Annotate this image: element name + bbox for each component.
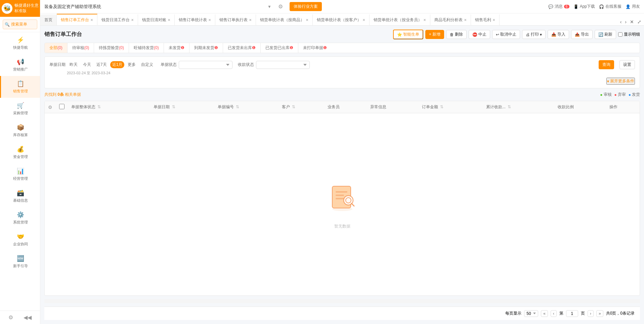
add-button[interactable]: + 新增: [425, 30, 444, 39]
per-page-select[interactable]: 50: [524, 310, 538, 317]
tab-cash-reconcile[interactable]: 钱货日清对账 ✕: [138, 14, 175, 25]
sidebar-item-marketing[interactable]: 📢 营销推广: [0, 54, 40, 76]
tab-home[interactable]: 首页: [40, 14, 57, 25]
tab-close-sales-order[interactable]: ✕: [90, 18, 93, 22]
show-detail-label[interactable]: 显示明细: [618, 32, 640, 37]
first-page-button[interactable]: «: [541, 310, 548, 317]
page-input[interactable]: [566, 310, 578, 317]
filter-date-custom[interactable]: 自定义: [139, 61, 155, 68]
smart-generate-button[interactable]: ⭐ 智能生单: [393, 30, 423, 39]
sidebar-item-system[interactable]: ⚙️ 系统管理: [0, 207, 40, 229]
sort-collected-icon[interactable]: ⇅: [508, 105, 511, 109]
tab-product-margin[interactable]: 商品毛利分析表 ✕: [430, 14, 471, 25]
ship-action-button[interactable]: ● 发货: [629, 92, 640, 97]
tab-sales-exec[interactable]: 销售订单执行表 ✕: [215, 14, 256, 25]
tab-sales-summary-staff[interactable]: 销货单统计表（按业务员） ✕: [370, 14, 430, 25]
sidebar-item-operations[interactable]: 📊 经营管理: [0, 163, 40, 185]
tab-cash-daily[interactable]: 钱货日清工作台 ✕: [97, 14, 138, 25]
sort-number-icon[interactable]: ⇅: [236, 105, 239, 109]
purchase-icon: 🛒: [17, 102, 24, 109]
tab-close-cash-daily[interactable]: ✕: [131, 18, 134, 22]
filter-date-7days[interactable]: 近7天: [94, 61, 109, 68]
sidebar-item-sales[interactable]: 📋 销售管理: [0, 76, 40, 98]
sidebar-item-guide[interactable]: 🆕 新手引导: [0, 251, 40, 273]
audit-action-button[interactable]: ● 审核: [600, 92, 611, 97]
tab-close-sales-stat[interactable]: ✕: [208, 18, 211, 22]
sidebar-item-quick-nav[interactable]: ⚡ 快捷导航: [0, 32, 40, 54]
sidebar-item-basic-info[interactable]: 🗃️ 基础信息: [0, 185, 40, 207]
filter-date-today[interactable]: 今天: [81, 61, 93, 68]
tab-scroll-right[interactable]: ›: [624, 18, 628, 25]
settings-button[interactable]: ⚙: [8, 314, 13, 321]
table-settings-icon[interactable]: ⚙: [48, 105, 52, 110]
prev-page-button[interactable]: ‹: [551, 310, 557, 317]
tab-close-sales-exec[interactable]: ✕: [249, 18, 252, 22]
print-button[interactable]: 🖨 打印 ▾: [522, 30, 546, 39]
logo-text: 畅捷通好生意 标准版: [14, 3, 39, 13]
search-button[interactable]: 查询: [599, 60, 614, 69]
collapse-button[interactable]: ◀◀: [24, 314, 32, 321]
setting-button[interactable]: 设置: [619, 60, 635, 69]
online-service-button[interactable]: 🎧 在线客服: [599, 4, 621, 9]
delete-button[interactable]: 🗑 删除: [446, 30, 467, 39]
tab-sales-stat[interactable]: 销售订单统计表 ✕: [175, 14, 215, 25]
user-button[interactable]: 👤 用友: [626, 4, 640, 9]
subtab-unprinted[interactable]: 未打印单据❶: [298, 43, 332, 53]
filter-date-more[interactable]: 更多: [126, 61, 138, 68]
search-menu-button[interactable]: 🔍 搜索菜单: [3, 19, 37, 29]
sidebar-item-inventory[interactable]: 📦 库存核算: [0, 120, 40, 141]
per-page-label: 每页显示: [505, 311, 521, 316]
tab-close-sales-summary-customer[interactable]: ✕: [362, 18, 365, 22]
tab-sales-profit[interactable]: 销售毛利 ✕: [471, 14, 500, 25]
sidebar-item-finance[interactable]: 💰 资金管理: [0, 141, 40, 163]
payment-filter-select[interactable]: [256, 61, 310, 69]
cancel-audit-action-button[interactable]: ● 弃审: [614, 92, 626, 97]
export-button[interactable]: 📤 导出: [571, 30, 593, 39]
cancel-stop-button[interactable]: ↩ 取消中止: [492, 30, 520, 39]
tab-scroll-left[interactable]: ‹: [619, 18, 623, 25]
message-button[interactable]: 💬 消息 6: [548, 4, 569, 9]
system-icon: ⚙️: [17, 211, 24, 218]
tab-close-all[interactable]: ✕: [629, 18, 635, 25]
subtab-pending-review[interactable]: 待审核(0): [68, 43, 94, 53]
expand-filter-button[interactable]: ▾ 展开更多条件: [606, 78, 635, 85]
refresh-button[interactable]: 🔄 刷新: [595, 30, 616, 39]
subtab-wangpu-pending[interactable]: 旺铺待发货(0): [129, 43, 164, 53]
filter-date-1month[interactable]: 近1月: [110, 61, 125, 68]
select-all-checkbox[interactable]: [59, 104, 65, 109]
subtab-shipped-not-out[interactable]: 已发货未出库❶: [223, 43, 261, 53]
sort-amount-icon[interactable]: ⇅: [440, 105, 443, 109]
sort-status-icon[interactable]: ⇅: [97, 105, 101, 109]
tab-close-sales-summary-product[interactable]: ✕: [306, 18, 308, 22]
subtab-shipped-out[interactable]: 已发货已出库❶: [261, 43, 298, 53]
sort-customer-icon[interactable]: ⇅: [292, 105, 295, 109]
subtab-not-shipped[interactable]: 未发货❶: [164, 43, 189, 53]
subtab-pending-check[interactable]: 待拣货验货(0): [94, 43, 129, 53]
subtab-all[interactable]: 全部(0): [45, 43, 68, 53]
last-page-button[interactable]: »: [596, 310, 603, 317]
sidebar-item-purchase[interactable]: 🛒 采购管理: [0, 98, 40, 120]
subtab-overdue-not-shipped[interactable]: 到期未发货❶: [189, 43, 223, 53]
status-filter-select[interactable]: [179, 61, 232, 69]
show-detail-checkbox[interactable]: [618, 32, 622, 37]
filter-date-yesterday[interactable]: 昨天: [68, 61, 80, 68]
tab-fullscreen[interactable]: ⤢: [636, 18, 643, 25]
horizontal-scrollbar[interactable]: [44, 299, 640, 303]
sidebar-search-area[interactable]: 🔍 搜索菜单: [0, 17, 40, 32]
import-button[interactable]: 📥 导入: [548, 30, 569, 39]
app-download-button[interactable]: 📱 App下载: [573, 4, 595, 9]
next-page-button[interactable]: ›: [588, 310, 594, 317]
tab-sales-summary-customer[interactable]: 销货单统计表（按客户） ✕: [313, 14, 370, 25]
sales-summary-staff-tab-label: 销货单统计表（按业务员）: [374, 17, 422, 23]
tab-close-cash-reconcile[interactable]: ✕: [168, 18, 170, 22]
sort-date-icon[interactable]: ⇅: [172, 105, 175, 109]
tab-sales-order-workbench[interactable]: 销售订单工作台 ✕: [57, 14, 97, 25]
stop-button[interactable]: ⛔ 中止: [469, 30, 490, 39]
tab-close-product-margin[interactable]: ✕: [464, 18, 467, 22]
tab-close-sales-summary-staff[interactable]: ✕: [423, 18, 426, 22]
tab-close-sales-profit[interactable]: ✕: [492, 18, 495, 22]
tab-sales-summary-product[interactable]: 销货单统计表（按商品） ✕: [256, 14, 313, 25]
settings-icon-button[interactable]: ⚙: [275, 2, 286, 11]
industry-solution-button[interactable]: 体验行业方案: [290, 2, 322, 11]
sidebar-item-enterprise[interactable]: 🤝 企业协同: [0, 229, 40, 251]
